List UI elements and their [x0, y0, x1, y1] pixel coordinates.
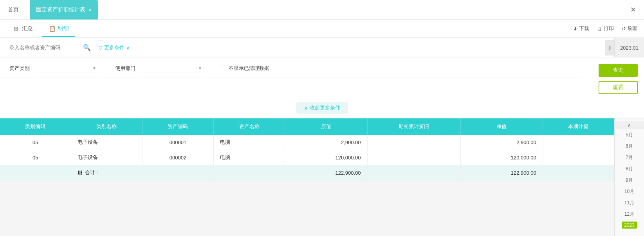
table-section: 类别编码 类别名称 资产编码 资产名称 原值 期初累计折旧 净值 本期计提 05 [0, 118, 614, 236]
side-month-10[interactable]: 10月 [615, 186, 644, 197]
refresh-label: 刷新 [628, 25, 638, 32]
tab-summary[interactable]: ⊞ 汇总 [6, 21, 39, 37]
col-category-name: 类别名称 [71, 118, 142, 135]
download-label: 下载 [579, 25, 589, 32]
asset-type-arrow-icon: ▼ [92, 66, 96, 70]
total-label: 合计： [85, 170, 100, 175]
col-asset-code: 资产编码 [142, 118, 213, 135]
home-link[interactable]: 首页 [6, 3, 20, 16]
search-icon: 🔍 [83, 44, 91, 51]
side-month-9[interactable]: 9月 [615, 175, 644, 186]
search-input-wrap[interactable]: 🔍 [6, 42, 94, 53]
side-month-6[interactable]: 6月 [615, 141, 644, 152]
row1-asset-name: 电脑 [214, 135, 285, 150]
print-icon: 🖨 [597, 26, 602, 32]
collapse-label: 收起更多条件 [310, 104, 340, 111]
total-net-value: 122,900.00 [460, 165, 543, 181]
search-input[interactable] [9, 45, 80, 50]
asset-type-select[interactable] [36, 65, 91, 71]
dept-field: 使用部门 ▼ [115, 64, 205, 73]
main-table: 类别编码 类别名称 资产编码 资产名称 原值 期初累计折旧 净值 本期计提 05 [0, 118, 614, 181]
row1-category-code: 05 [0, 135, 71, 150]
col-net-value: 净值 [460, 118, 543, 135]
dept-select[interactable] [142, 65, 197, 71]
exclude-cleared-label: 不显示已清理数据 [229, 65, 269, 72]
tab-label: 固定资产折旧统计表 [36, 6, 85, 13]
row2-current-period [543, 150, 614, 165]
active-tab[interactable]: 固定资产折旧统计表 × [30, 0, 98, 20]
content-area: 类别编码 类别名称 资产编码 资产名称 原值 期初累计折旧 净值 本期计提 05 [0, 118, 644, 236]
more-conditions-button[interactable]: ▽ 更多条件 ∨ [99, 44, 130, 51]
collapse-bar: ∧ 收起更多条件 [0, 98, 644, 118]
tab-close-button[interactable]: × [88, 7, 92, 13]
row2-original-value: 120,000.00 [285, 150, 367, 165]
header-row: 类别编码 类别名称 资产编码 资产名称 原值 期初累计折旧 净值 本期计提 [0, 118, 614, 135]
exclude-cleared-checkbox[interactable] [221, 66, 226, 71]
col-current-period: 本期计提 [543, 118, 614, 135]
main-wrap: ⊞ 汇总 📋 明细 ⬇ 下载 🖨 打印 ↺ 刷新 [0, 20, 644, 236]
more-conditions-label: 更多条件 [104, 44, 124, 51]
detail-icon: 📋 [49, 25, 56, 32]
filter-main: 资产类别 ▼ 使用部门 [0, 57, 581, 98]
total-accumulated [367, 165, 460, 181]
summary-icon: ⊞ [13, 25, 20, 32]
table-row: 05 电子设备 000001 电脑 2,900.00 2,900.00 [0, 135, 614, 150]
row1-original-value: 2,900.00 [285, 135, 367, 150]
total-current-period [543, 165, 614, 181]
row1-accumulated [367, 135, 460, 150]
advanced-filter: 资产类别 ▼ 使用部门 [0, 57, 581, 77]
row1-asset-code: 000001 [142, 135, 213, 150]
sub-tabs-actions: ⬇ 下载 🖨 打印 ↺ 刷新 [573, 25, 638, 32]
asset-type-field: 资产类别 ▼ [9, 64, 99, 73]
total-col4 [214, 165, 285, 181]
print-label: 打印 [604, 25, 614, 32]
side-month-11[interactable]: 11月 [615, 197, 644, 209]
filter-icon: ▽ [99, 45, 103, 51]
refresh-button[interactable]: ↺ 刷新 [622, 25, 638, 32]
side-panel: ∧ 5月 6月 7月 8月 9月 10月 11月 12月 2023 [614, 118, 644, 236]
expand-handle-button[interactable]: ❯ [605, 40, 614, 55]
filter-action-row: 资产类别 ▼ 使用部门 [0, 57, 644, 98]
reset-button[interactable]: 重置 [599, 81, 638, 94]
row2-category-code: 05 [0, 150, 71, 165]
collapse-icon: ∧ [304, 105, 308, 111]
asset-type-select-wrap[interactable]: ▼ [33, 64, 99, 73]
chevron-down-icon: ∨ [126, 45, 130, 51]
row2-accumulated [367, 150, 460, 165]
table-header: 类别编码 类别名称 资产编码 资产名称 原值 期初累计折旧 净值 本期计提 [0, 118, 614, 135]
total-label-cell: 🖼 合计： [71, 165, 213, 181]
print-button[interactable]: 🖨 打印 [597, 25, 614, 32]
refresh-icon: ↺ [622, 26, 626, 32]
table-wrap: 类别编码 类别名称 资产编码 资产名称 原值 期初累计折旧 净值 本期计提 05 [0, 118, 614, 181]
total-row: 🖼 合计： 122,900.00 122,900.00 [0, 165, 614, 181]
col-asset-name: 资产名称 [214, 118, 285, 135]
total-icon: 🖼 [78, 170, 82, 175]
row2-asset-name: 电脑 [214, 150, 285, 165]
download-button[interactable]: ⬇ 下载 [573, 25, 589, 32]
row1-category-name: 电子设备 [71, 135, 142, 150]
download-icon: ⬇ [573, 26, 577, 32]
collapse-button[interactable]: ∧ 收起更多条件 [296, 102, 348, 114]
year-badge[interactable]: 2023 [622, 222, 637, 229]
dept-select-wrap[interactable]: ▼ [139, 64, 205, 73]
side-month-5[interactable]: 5月 [615, 129, 644, 141]
window-close-button[interactable]: ✕ [630, 5, 636, 14]
filter-row: 资产类别 ▼ 使用部门 [9, 64, 572, 73]
exclude-cleared-checkbox-wrap[interactable]: 不显示已清理数据 [221, 65, 269, 72]
date-label: 2023.01 [620, 45, 639, 51]
tab-detail[interactable]: 📋 明细 [42, 21, 75, 37]
row1-current-period [543, 135, 614, 150]
query-button[interactable]: 查询 [599, 64, 638, 77]
asset-type-label: 资产类别 [9, 65, 30, 72]
tab-summary-label: 汇总 [22, 25, 33, 32]
side-month-8[interactable]: 8月 [615, 163, 644, 175]
side-month-12[interactable]: 12月 [615, 209, 644, 220]
side-up-button[interactable]: ∧ [615, 121, 644, 129]
row2-asset-code: 000002 [142, 150, 213, 165]
sub-tabs-left: ⊞ 汇总 📋 明细 [6, 21, 75, 36]
side-month-7[interactable]: 7月 [615, 152, 644, 163]
filter-bar: 🔍 ▽ 更多条件 ∨ ❯ 2023.01 [0, 38, 644, 57]
col-original-value: 原值 [285, 118, 367, 135]
tab-detail-label: 明细 [58, 25, 69, 32]
expand-arrow-icon: ❯ [608, 45, 612, 50]
